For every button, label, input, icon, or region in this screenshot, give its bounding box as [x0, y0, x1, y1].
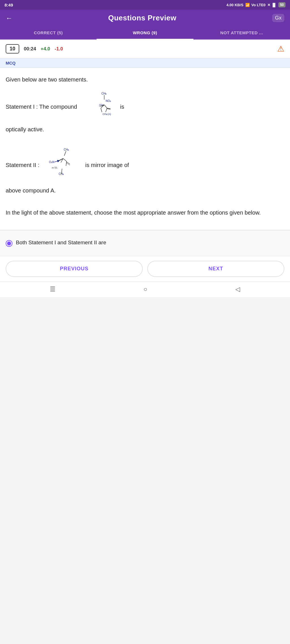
svg-text:CH₃: CH₃: [101, 92, 106, 95]
svg-text:NO₂: NO₂: [106, 99, 111, 102]
svg-line-19: [66, 161, 67, 166]
svg-line-18: [63, 159, 67, 161]
svg-line-16: [55, 161, 59, 162]
network-speed: 4.00 KB/S: [227, 3, 244, 7]
previous-button[interactable]: PREVIOUS: [6, 261, 143, 277]
svg-line-24: [67, 162, 70, 164]
question-content: 10 00:24 +4.0 -1.0 ⚠ MCQ Given below are…: [0, 40, 290, 281]
question-conclusion: In the light of the above statement, cho…: [6, 208, 284, 217]
warning-icon: ⚠: [277, 44, 284, 54]
back-nav-icon[interactable]: ◁: [235, 286, 240, 293]
back-button[interactable]: ←: [6, 14, 12, 22]
svg-text:CH₃: CH₃: [103, 113, 107, 115]
marks-positive: +4.0: [41, 46, 50, 52]
compound-b-structure: CH₃ O₂N H \\\\ CH₃: [44, 147, 81, 183]
svg-line-5: [104, 105, 107, 108]
tab-correct[interactable]: CORRECT (5): [0, 26, 97, 39]
svg-line-25: [67, 163, 70, 165]
tab-wrong[interactable]: WRONG (9): [97, 26, 193, 39]
tab-not-attempted[interactable]: NOT ATTEMPTED ...: [193, 26, 290, 39]
statement-2: Statement II : CH₃ O₂N: [6, 147, 284, 195]
status-right: 4.00 KB/S 📶 Vo LTE0 ✕ ▐▌ 50: [227, 2, 285, 7]
tabs-bar: CORRECT (5) WRONG (9) NOT ATTEMPTED ...: [0, 26, 290, 40]
svg-line-6: [106, 108, 107, 112]
answer-radio-1[interactable]: [6, 240, 12, 247]
svg-text:CH₃: CH₃: [64, 148, 69, 151]
battery-badge: 50: [278, 2, 285, 7]
signal-text: Vo LTE0: [251, 3, 266, 7]
home-icon[interactable]: ○: [144, 286, 147, 293]
question-number: 10: [6, 44, 19, 54]
question-meta: 00:24 +4.0 -1.0: [24, 46, 63, 52]
question-intro: Given below are two statements.: [6, 75, 284, 84]
svg-text:(A): (A): [108, 113, 111, 115]
menu-icon[interactable]: ☰: [50, 286, 56, 293]
status-bar: 8:49 4.00 KB/S 📶 Vo LTE0 ✕ ▐▌ 50: [0, 0, 290, 10]
svg-text:H \\\\: H \\\\: [52, 166, 57, 169]
wifi-icon: 📶: [245, 3, 250, 7]
statement-1: Statement I : The compound CH₃ NO₂: [6, 91, 284, 134]
marks-negative: -1.0: [55, 46, 63, 52]
status-time: 8:49: [5, 3, 13, 7]
question-body: Given below are two statements. Statemen…: [0, 68, 290, 230]
question-header: 10 00:24 +4.0 -1.0 ⚠: [0, 40, 290, 58]
nav-buttons: PREVIOUS NEXT: [0, 256, 290, 281]
svg-text:O₂N: O₂N: [49, 161, 54, 164]
answer-area: Both Statement I and Statement II are: [0, 230, 290, 256]
page-title: Questions Preview: [108, 14, 176, 22]
answer-option-1[interactable]: Both Statement I and Statement II are: [6, 236, 284, 250]
bottom-nav: ☰ ○ ◁: [0, 281, 290, 297]
svg-text:CH₃: CH₃: [59, 172, 64, 176]
header: ← Questions Preview Gx: [0, 10, 290, 26]
compound-a-structure: CH₃ NO₂ ////H: [82, 91, 116, 122]
translate-button[interactable]: Gx: [272, 14, 284, 22]
svg-line-9: [101, 108, 102, 112]
question-time: 00:24: [24, 46, 36, 52]
svg-line-14: [64, 151, 66, 156]
signal-bars: ✕ ▐▌: [267, 3, 277, 7]
next-button[interactable]: NEXT: [147, 261, 284, 277]
question-type-label: MCQ: [0, 58, 290, 68]
